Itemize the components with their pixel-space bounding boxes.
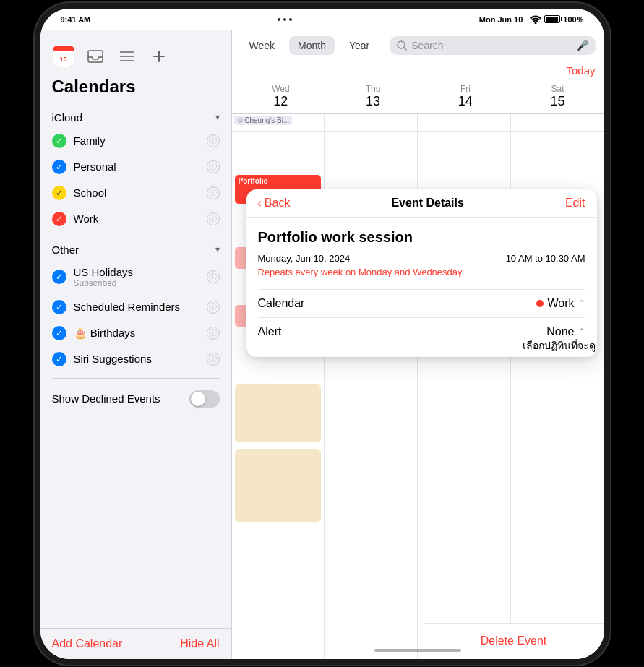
birthdays-info[interactable]: ⓘ bbox=[207, 327, 220, 340]
us-holidays-sub: Subscribed bbox=[74, 278, 199, 288]
hide-all-btn[interactable]: Hide All bbox=[180, 637, 219, 650]
family-label: Family bbox=[74, 134, 199, 147]
sidebar-item-school[interactable]: ✓ School ⓘ bbox=[40, 180, 231, 206]
school-dot: ✓ bbox=[52, 186, 66, 200]
other-label: Other bbox=[52, 244, 80, 256]
sidebar-item-siri[interactable]: ✓ Siri Suggestions ⓘ bbox=[40, 346, 231, 372]
wifi-icon bbox=[530, 15, 541, 24]
us-holidays-check: ✓ bbox=[56, 272, 63, 282]
birthdays-dot: ✓ bbox=[52, 326, 66, 340]
svg-line-7 bbox=[404, 48, 406, 50]
thu-num: 13 bbox=[327, 94, 419, 109]
alert-row-label: Alert bbox=[258, 325, 282, 338]
sidebar-title: Calendars bbox=[40, 77, 231, 106]
panel-edit-btn[interactable]: Edit bbox=[565, 197, 585, 210]
work-check: ✓ bbox=[56, 214, 63, 224]
school-label: School bbox=[74, 186, 199, 199]
other-section-header[interactable]: Other ▾ bbox=[40, 238, 231, 260]
calendar-chevron: ⌃ bbox=[578, 298, 585, 309]
yellow-event-2[interactable] bbox=[235, 449, 322, 522]
calendar-header: Week Month Year Search 🎤 bbox=[232, 30, 604, 61]
sidebar-item-work[interactable]: ✓ Work ⓘ bbox=[40, 206, 231, 232]
event-time-text: 10 AM to 10:30 AM bbox=[506, 253, 585, 264]
list-btn[interactable] bbox=[116, 45, 139, 68]
add-calendar-btn[interactable]: Add Calendar bbox=[52, 637, 123, 650]
status-bar: 9:41 AM Mon Jun 10 100% bbox=[40, 9, 604, 30]
status-time: 9:41 AM bbox=[61, 15, 91, 24]
inbox-btn[interactable] bbox=[84, 45, 107, 68]
show-declined-toggle[interactable] bbox=[189, 390, 220, 408]
fri-num: 14 bbox=[419, 94, 512, 109]
personal-dot: ✓ bbox=[52, 160, 66, 174]
siri-dot: ✓ bbox=[52, 352, 66, 366]
panel-title: Event Details bbox=[391, 197, 463, 210]
alert-value-text: None bbox=[546, 325, 574, 338]
siri-info[interactable]: ⓘ bbox=[207, 353, 220, 366]
status-day: Mon Jun 10 bbox=[479, 15, 523, 24]
work-dot: ✓ bbox=[52, 212, 66, 226]
family-dot: ✓ bbox=[52, 134, 66, 148]
battery-icon bbox=[544, 15, 560, 23]
list-icon bbox=[120, 51, 134, 62]
all-day-sat bbox=[511, 114, 604, 131]
calendar-icon-btn[interactable]: 10 bbox=[52, 45, 75, 68]
all-day-thu bbox=[325, 114, 418, 131]
week-btn[interactable]: Week bbox=[241, 36, 284, 55]
reminders-check: ✓ bbox=[56, 302, 63, 312]
show-declined-label: Show Declined Events bbox=[52, 392, 160, 405]
calendar-app-icon: 10 bbox=[53, 46, 74, 67]
icloud-section-header[interactable]: iCloud ▾ bbox=[40, 106, 231, 128]
callout-annotation: เลือกปฏิทินที่จะดู bbox=[460, 337, 596, 353]
alert-row-value: None ⌃ bbox=[546, 325, 585, 338]
work-info[interactable]: ⓘ bbox=[207, 212, 220, 225]
sidebar-item-personal[interactable]: ✓ Personal ⓘ bbox=[40, 154, 231, 180]
svg-rect-0 bbox=[88, 51, 103, 62]
sat-num: 15 bbox=[512, 94, 604, 109]
icloud-chevron: ▾ bbox=[215, 112, 220, 122]
app-container: 10 bbox=[40, 9, 604, 659]
day-header-sat: Sat 15 bbox=[512, 79, 604, 113]
sidebar-item-family[interactable]: ✓ Family ⓘ bbox=[40, 128, 231, 154]
birthdays-check: ✓ bbox=[56, 328, 63, 338]
search-icon bbox=[397, 40, 407, 51]
plus-icon bbox=[153, 51, 165, 62]
work-label: Work bbox=[74, 212, 199, 225]
month-btn[interactable]: Month bbox=[289, 36, 335, 55]
family-info[interactable]: ⓘ bbox=[207, 134, 220, 147]
wed-num: 12 bbox=[235, 94, 327, 109]
dot2 bbox=[283, 18, 286, 21]
panel-body: Portfolio work session Monday, Jun 10, 2… bbox=[246, 218, 597, 357]
us-holidays-info[interactable]: ⓘ bbox=[207, 270, 220, 283]
sidebar-item-us-holidays[interactable]: ✓ US Holidays Subscribed ⓘ bbox=[40, 260, 231, 294]
personal-info[interactable]: ⓘ bbox=[207, 160, 220, 173]
back-chevron: ‹ bbox=[258, 197, 262, 210]
sidebar: 10 bbox=[40, 30, 232, 659]
reminders-info[interactable]: ⓘ bbox=[207, 301, 220, 314]
mic-icon[interactable]: 🎤 bbox=[576, 40, 588, 51]
search-bar[interactable]: Search 🎤 bbox=[390, 36, 595, 55]
yellow-event-1[interactable] bbox=[235, 384, 322, 442]
year-btn[interactable]: Year bbox=[340, 36, 378, 55]
today-btn[interactable]: Today bbox=[566, 64, 595, 77]
school-info[interactable]: ⓘ bbox=[207, 186, 220, 199]
alert-chevron: ⌃ bbox=[578, 327, 585, 337]
add-btn[interactable] bbox=[147, 45, 171, 68]
calendar-days-header: Wed 12 Thu 13 Fri 14 Sat 15 bbox=[232, 79, 604, 114]
panel-back-btn[interactable]: ‹ Back bbox=[258, 197, 291, 210]
event-calendar-row[interactable]: Calendar Work ⌃ bbox=[258, 289, 585, 317]
family-check: ✓ bbox=[56, 136, 63, 146]
wed-label: Wed bbox=[235, 84, 327, 94]
event-date-text: Monday, Jun 10, 2024 bbox=[258, 253, 351, 264]
thu-label: Thu bbox=[327, 84, 419, 94]
panel-nav: ‹ Back Event Details Edit bbox=[246, 189, 597, 218]
sat-label: Sat bbox=[512, 84, 604, 94]
cheung-event[interactable]: ✩ Cheung's Bi... bbox=[234, 116, 293, 125]
sidebar-item-birthdays[interactable]: ✓ 🎂 Birthdays ⓘ bbox=[40, 320, 231, 346]
event-repeat: Repeats every week on Monday and Wednesd… bbox=[258, 267, 585, 277]
sidebar-footer: Add Calendar Hide All bbox=[40, 628, 231, 659]
reminders-label: Scheduled Reminders bbox=[74, 301, 199, 313]
home-indicator bbox=[232, 645, 604, 656]
siri-check: ✓ bbox=[56, 354, 63, 364]
sidebar-item-reminders[interactable]: ✓ Scheduled Reminders ⓘ bbox=[40, 294, 231, 320]
us-holidays-label: US Holidays bbox=[74, 266, 199, 278]
